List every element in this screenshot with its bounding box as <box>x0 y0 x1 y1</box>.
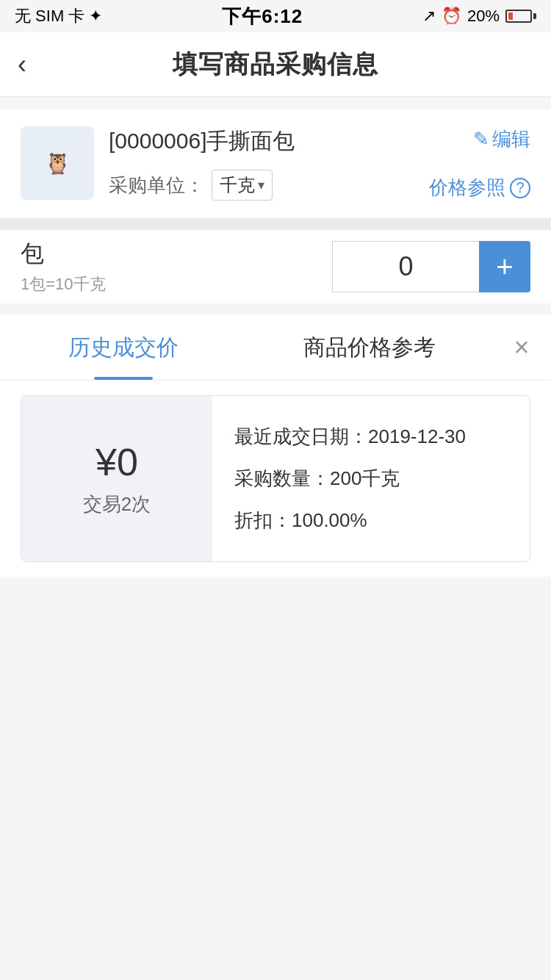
quantity-conversion: 1包=10千克 <box>21 273 106 295</box>
help-icon: ? <box>510 178 530 198</box>
discount-value: 100.00% <box>292 509 367 531</box>
product-logo: 🦉 <box>45 151 71 176</box>
chevron-down-icon: ▾ <box>258 177 264 193</box>
edit-label: 编辑 <box>492 126 530 152</box>
purchase-quantity-label: 采购数量： <box>234 467 330 489</box>
unit-dropdown[interactable]: 千克 ▾ <box>212 170 273 201</box>
price-ref-label: 价格参照 <box>429 175 505 201</box>
purchase-quantity-row: 采购数量：200千克 <box>234 464 508 493</box>
quantity-row: 包 1包=10千克 + <box>0 230 551 303</box>
recent-date-row: 最近成交日期：2019-12-30 <box>234 422 508 451</box>
discount-label: 折扣： <box>234 509 292 531</box>
discount-row: 折扣：100.00% <box>234 506 508 535</box>
status-bar: 无 SIM 卡 ✦ 下午6:12 ↗ ⏰ 20% <box>0 0 551 32</box>
tab-product-price[interactable]: 商品价格参考 <box>246 315 492 380</box>
status-left: 无 SIM 卡 ✦ <box>15 5 102 27</box>
quantity-unit-label: 包 <box>21 238 106 270</box>
currency-symbol: ¥ <box>96 441 117 483</box>
price-value: 0 <box>117 441 138 483</box>
battery-percent: 20% <box>467 7 500 26</box>
tab-product-label: 商品价格参考 <box>303 333 436 363</box>
divider-bar <box>0 218 551 230</box>
quantity-input-group: + <box>332 241 530 292</box>
unit-label: 采购单位： <box>109 173 204 198</box>
product-card: 🦉 [0000006]手撕面包 采购单位： 千克 ▾ ✎ 编辑 价格参照 ? <box>0 109 551 218</box>
purchase-quantity-value: 200千克 <box>330 467 400 489</box>
tab-close-button[interactable]: × <box>492 315 551 380</box>
recent-date-label: 最近成交日期： <box>234 425 368 447</box>
nav-bar: ‹ 填写商品采购信息 <box>0 32 551 97</box>
price-transactions: 交易2次 <box>83 491 151 517</box>
main-content: ¥0 交易2次 最近成交日期：2019-12-30 采购数量：200千克 折扣：… <box>0 381 551 821</box>
tab-bar: 历史成交价 商品价格参考 × <box>0 315 551 381</box>
tab-active-indicator <box>94 377 153 380</box>
price-ref-button[interactable]: 价格参照 ? <box>429 175 530 201</box>
battery-icon <box>505 10 536 23</box>
quantity-input[interactable] <box>332 241 479 292</box>
product-name: [0000006]手撕面包 <box>109 126 530 156</box>
recent-date-value: 2019-12-30 <box>368 425 466 447</box>
alarm-icon: ⏰ <box>442 7 461 26</box>
price-card-right: 最近成交日期：2019-12-30 采购数量：200千克 折扣：100.00% <box>212 396 530 561</box>
unit-value: 千克 <box>220 173 255 197</box>
price-card-left: ¥0 交易2次 <box>21 396 212 561</box>
status-right: ↗ ⏰ 20% <box>422 7 536 26</box>
back-button[interactable]: ‹ <box>18 49 26 80</box>
price-card-container: ¥0 交易2次 最近成交日期：2019-12-30 采购数量：200千克 折扣：… <box>0 381 551 577</box>
product-image: 🦉 <box>21 126 94 200</box>
price-card: ¥0 交易2次 最近成交日期：2019-12-30 采购数量：200千克 折扣：… <box>21 395 530 562</box>
location-icon: ↗ <box>422 7 436 26</box>
price-amount: ¥0 <box>96 440 138 484</box>
quantity-label-group: 包 1包=10千克 <box>21 238 106 295</box>
status-time: 下午6:12 <box>222 4 303 29</box>
sim-wifi-text: 无 SIM 卡 ✦ <box>15 5 102 27</box>
page-title: 填写商品采购信息 <box>173 48 378 82</box>
tab-history-label: 历史成交价 <box>68 333 179 363</box>
edit-button[interactable]: ✎ 编辑 <box>473 126 530 152</box>
edit-icon: ✎ <box>473 128 489 151</box>
quantity-plus-button[interactable]: + <box>479 241 530 292</box>
tab-history-price[interactable]: 历史成交价 <box>0 315 246 380</box>
